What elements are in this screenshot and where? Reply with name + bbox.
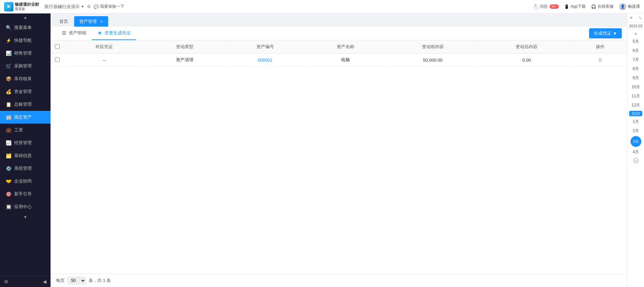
sidebar-item-sales[interactable]: 📊 销售管理 [0, 47, 51, 60]
svg-rect-1 [62, 33, 66, 33]
panel-close-btn[interactable]: ✕ [629, 15, 634, 21]
month-5[interactable]: 5月 [628, 37, 643, 46]
sidebar-scroll-down[interactable]: ▼ [0, 213, 51, 221]
month-10[interactable]: 10月 [628, 83, 643, 92]
sidebar-item-quick-nav[interactable]: ⚡ 快捷导航 [0, 34, 51, 47]
pagination-bar: 每页 10 20 50 100 条，共 1 条 [51, 274, 627, 287]
logo-area: 财 畅捷通好业财 普及版 [4, 2, 39, 11]
sidebar-item-search[interactable]: 🔍 搜索菜单 [0, 21, 51, 34]
sidebar-item-ledger[interactable]: 📋 总账管理 [0, 98, 51, 111]
feedback-label: 我要体验一下 [100, 4, 124, 9]
dropdown-arrow-icon: ▼ [613, 31, 617, 36]
delete-row-icon[interactable]: 🗑 [598, 57, 603, 63]
sidebar-label-finance: 资金管理 [14, 89, 32, 95]
chevron-down-icon: ▼ [81, 5, 84, 8]
sidebar-item-app-center[interactable]: 🔲 应用中心 [0, 200, 51, 213]
month-7[interactable]: 7月 [628, 55, 643, 64]
year-2023-badge[interactable]: 2023 [629, 111, 642, 116]
sidebar-item-operations[interactable]: 📈 经营管理 [0, 136, 51, 149]
sidebar-item-fixed-assets[interactable]: 🏢 固定资产 [0, 111, 51, 124]
svg-rect-0 [62, 31, 66, 32]
td-asset-name: 电脑 [305, 54, 386, 67]
th-after-content: 变动后内容 [480, 40, 574, 54]
user-btn[interactable]: 👤 畅捷通 [619, 3, 640, 10]
generate-voucher-btn[interactable]: 生成凭证 ▼ [589, 28, 622, 38]
svg-point-5 [634, 158, 638, 163]
tab-change-voucher-label: 变更生成凭证 [104, 30, 131, 36]
online-service-label: 在线客服 [597, 4, 614, 9]
sidebar-label-search: 搜索菜单 [14, 25, 32, 31]
sidebar-label-guide: 新手引导 [14, 191, 32, 197]
panel-scroll-down-btn[interactable] [632, 157, 640, 166]
app-download-btn[interactable]: 📱 App下载 [564, 4, 586, 9]
sidebar-item-finance[interactable]: 💰 资金管理 [0, 85, 51, 98]
month-2023-2[interactable]: 2月 [628, 126, 643, 135]
th-before-content: 变动前内容 [386, 40, 480, 54]
th-action: 操作 [574, 40, 627, 54]
td-after-content: 0.00 [480, 54, 574, 67]
month-2023-1[interactable]: 1月 [628, 117, 643, 126]
download-icon: 📱 [564, 4, 569, 9]
sidebar-item-purchase[interactable]: 🛒 采购管理 [0, 60, 51, 72]
generate-voucher-label: 生成凭证 [594, 30, 611, 36]
td-checkbox [51, 54, 64, 67]
month-9[interactable]: 9月 [628, 73, 643, 83]
asset-table: 对应凭证 变动类型 资产编号 资产名称 [51, 40, 627, 67]
sidebar-item-cooperation[interactable]: 🤝 企业协同 [0, 175, 51, 188]
tab-asset-detail[interactable]: 资产明细 [56, 27, 92, 40]
sales-icon: 📊 [5, 51, 11, 56]
svg-point-4 [99, 32, 101, 34]
feedback-btn[interactable]: 💬 我要体验一下 [94, 4, 124, 9]
sidebar-item-guide[interactable]: 🎯 新手引导 [0, 188, 51, 200]
month-6[interactable]: 6月 [628, 46, 643, 55]
sidebar-item-inventory[interactable]: 📦 库存核算 [0, 72, 51, 85]
svg-rect-2 [62, 34, 66, 35]
sidebar-item-salary[interactable]: 💼 工资 [0, 124, 51, 136]
panel-scroll-up-btn[interactable]: ▲ [633, 30, 639, 37]
tab-bar: 首页 资产管理 ✕ [51, 13, 627, 27]
company-name: 医疗器械行业演示 [44, 4, 80, 10]
app-version: 普及版 [15, 7, 39, 11]
settings-icon[interactable]: ⚙ [87, 4, 91, 9]
user-icon: 👤 [619, 3, 626, 10]
month-8[interactable]: 8月 [628, 64, 643, 73]
username-label: 畅捷通 [628, 4, 640, 9]
tab-asset-label: 资产管理 [79, 19, 97, 24]
inventory-icon: 📦 [5, 76, 11, 82]
salary-icon: 💼 [5, 127, 11, 133]
tab-close-icon[interactable]: ✕ [100, 20, 103, 24]
right-panel: ✕ ⤡ 2023.03 ▲ 5月 6月 7月 8月 9月 10月 11月 12月… [627, 13, 644, 287]
online-service-btn[interactable]: 🎧 在线客服 [591, 4, 614, 9]
month-2023-3-active[interactable]: 3月 [631, 136, 641, 147]
page-size-select[interactable]: 10 20 50 100 [67, 277, 86, 284]
month-12[interactable]: 12月 [628, 101, 643, 110]
messages-btn[interactable]: 📩 消息 99+ [533, 4, 559, 9]
list-icon [61, 30, 67, 36]
right-panel-header: ✕ ⤡ [627, 13, 644, 23]
row-checkbox[interactable] [55, 57, 60, 62]
table-header-row: 对应凭证 变动类型 资产编号 资产名称 [51, 40, 627, 54]
sidebar-label-base-info: 基础信息 [14, 153, 32, 159]
panel-expand-btn[interactable]: ⤡ [638, 15, 643, 21]
sidebar-scroll-up[interactable]: ▲ [0, 13, 51, 21]
month-11[interactable]: 11月 [628, 92, 643, 101]
total-count-label: 条，共 1 条 [89, 278, 111, 284]
select-all-checkbox[interactable] [55, 44, 60, 49]
tab-asset-detail-label: 资产明细 [69, 30, 86, 36]
td-action[interactable]: 🗑 [574, 54, 627, 67]
sidebar-item-base-info[interactable]: 🗂️ 基础信息 [0, 149, 51, 162]
tab-home[interactable]: 首页 [55, 17, 73, 27]
collapse-icon[interactable]: ◀ [43, 279, 47, 284]
current-period-label: 2023.03 [628, 23, 644, 30]
tab-asset-management[interactable]: 资产管理 ✕ [74, 16, 108, 27]
month-2023-4[interactable]: 4月 [628, 148, 643, 157]
th-asset-name: 资产名称 [305, 40, 386, 54]
app-center-icon: 🔲 [5, 204, 11, 210]
sidebar-item-system[interactable]: ⚙️ 系统管理 [0, 162, 51, 175]
page-content: 资产明细 变更生成凭证 生成凭证 ▼ [51, 27, 627, 287]
tab-home-label: 首页 [59, 19, 68, 24]
company-selector[interactable]: 医疗器械行业演示 ▼ [44, 4, 84, 10]
tab-change-voucher[interactable]: 变更生成凭证 [92, 27, 136, 40]
settings-bottom-icon[interactable]: ⚙ [4, 279, 8, 284]
purchase-icon: 🛒 [5, 63, 11, 69]
